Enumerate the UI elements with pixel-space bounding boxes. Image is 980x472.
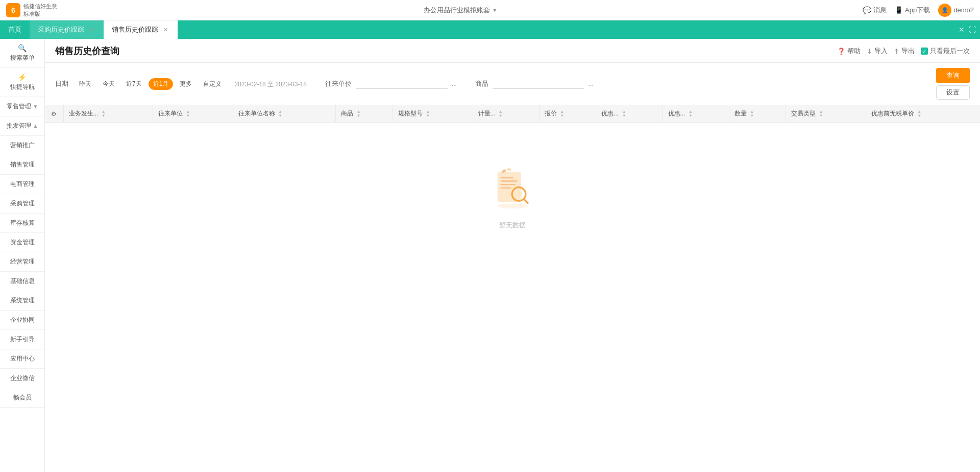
sidebar: 🔍 搜索菜单 ⚡ 快捷导航 零售管理 ▼ 批发管理 ▲ 营销推广 销售管理 电商… [0, 39, 45, 472]
sidebar-ecommerce-label: 电商管理 [10, 180, 35, 188]
top-bar-center: 办公用品行业模拟账套 ▾ [424, 6, 497, 15]
col-settings[interactable]: ⚙ [45, 105, 63, 123]
last7days-btn[interactable]: 近7天 [121, 78, 146, 90]
shortcuts-icon: ⚡ [18, 73, 27, 81]
sidebar-item-basic-info[interactable]: 基础信息 [0, 272, 44, 291]
query-button[interactable]: 查询 [936, 68, 970, 83]
today-btn[interactable]: 今天 [98, 78, 119, 90]
sidebar-item-shortcuts[interactable]: ⚡ 快捷导航 [0, 68, 44, 97]
product-filter-group: 商品 ... [475, 79, 594, 89]
col-discount1[interactable]: 优惠... ▲▼ [596, 105, 663, 123]
product-input[interactable] [493, 79, 584, 89]
logo-text: 畅捷信好生意 标准版 [23, 3, 57, 17]
sidebar-item-operations[interactable]: 经营管理 [0, 252, 44, 272]
sidebar-item-marketing[interactable]: 营销推广 [0, 136, 44, 155]
sidebar-marketing-label: 营销推广 [10, 141, 35, 150]
gear-icon[interactable]: ⚙ [51, 110, 57, 117]
sidebar-system-label: 系统管理 [10, 296, 35, 305]
tab2-label: 销售历史价跟踪 [112, 25, 158, 34]
tab-home[interactable]: 首页 [0, 20, 30, 39]
only-last-checkbox[interactable]: ✓ 只看最后一次 [921, 46, 970, 56]
app-download-btn[interactable]: 📱 App下载 [895, 6, 930, 15]
col-quantity[interactable]: 数量 ▲▼ [729, 105, 786, 123]
col-spec[interactable]: 规格型号 ▲▼ [393, 105, 473, 123]
yesterday-btn[interactable]: 昨天 [75, 78, 96, 90]
filter-right-buttons: 查询 设置 [936, 68, 970, 100]
sidebar-item-sales[interactable]: 销售管理 [0, 155, 44, 175]
filter-row: 日期 昨天 今天 近7天 近1月 更多 自定义 2023-02-18 至 202… [55, 68, 970, 100]
import-btn[interactable]: ⬇ 导入 [867, 46, 888, 56]
table-header-row: ⚙ 业务发生... ▲▼ 往来单位 ▲▼ 往来单位名称 ▲▼ [45, 105, 980, 123]
sidebar-finance-label: 资金管理 [10, 238, 35, 247]
partner-input[interactable] [356, 79, 448, 89]
col-product[interactable]: 商品 ▲▼ [336, 105, 393, 123]
chevron-down-icon: ▼ [33, 104, 38, 109]
sidebar-wholesale-label: 批发管理 [7, 122, 31, 130]
sidebar-item-enterprise[interactable]: 企业协同 [0, 311, 44, 330]
svg-point-10 [507, 168, 511, 171]
sidebar-item-wechat[interactable]: 企业微信 [0, 369, 44, 388]
svg-rect-2 [501, 177, 513, 179]
svg-rect-5 [501, 187, 511, 189]
sidebar-purchase-label: 采购管理 [10, 199, 35, 208]
sidebar-shortcuts-label: 快捷导航 [10, 83, 35, 91]
col-partner-name[interactable]: 往来单位名称 ▲▼ [233, 105, 336, 123]
sidebar-item-inventory[interactable]: 库存核算 [0, 214, 44, 233]
col-business-date[interactable]: 业务发生... ▲▼ [63, 105, 153, 123]
page-header: 销售历史价查询 ❓ 帮助 ⬇ 导入 ⬆ 导出 ✓ 只看最后一次 [45, 39, 980, 63]
maximize-icon[interactable]: ⛶ [969, 26, 976, 34]
sidebar-item-system[interactable]: 系统管理 [0, 291, 44, 311]
sidebar-item-ecommerce[interactable]: 电商管理 [0, 175, 44, 194]
table-container: ⚙ 业务发生... ▲▼ 往来单位 ▲▼ 往来单位名称 ▲▼ [45, 105, 980, 472]
more-btn[interactable]: 更多 [175, 78, 197, 90]
custom-btn[interactable]: 自定义 [199, 78, 226, 90]
top-bar-right: 💬 消息 📱 App下载 👤 demo2 [863, 4, 974, 17]
main-layout: 🔍 搜索菜单 ⚡ 快捷导航 零售管理 ▼ 批发管理 ▲ 营销推广 销售管理 电商… [0, 39, 980, 472]
settings-button[interactable]: 设置 [936, 85, 970, 100]
product-more-icon[interactable]: ... [589, 80, 594, 87]
user-area[interactable]: 👤 demo2 [938, 4, 974, 17]
col-discount2[interactable]: 优惠... ▲▼ [663, 105, 729, 123]
tab-sales-history[interactable]: 销售历史价跟踪 ✕ [104, 20, 178, 39]
close-tab-icon[interactable]: ✕ [959, 26, 965, 34]
sidebar-item-finance[interactable]: 资金管理 [0, 233, 44, 252]
dropdown-icon[interactable]: ▾ [493, 6, 497, 14]
col-trade-type[interactable]: 交易类型 ▲▼ [786, 105, 866, 123]
tab-bar-actions: ✕ ⛶ [959, 26, 980, 34]
partner-more-icon[interactable]: ... [452, 80, 457, 87]
sidebar-item-member[interactable]: 畅会员 [0, 388, 44, 408]
col-partner-code[interactable]: 往来单位 ▲▼ [153, 105, 233, 123]
tab1-close-icon[interactable]: ✕ [87, 26, 95, 34]
sidebar-item-retail[interactable]: 零售管理 ▼ [0, 97, 44, 116]
check-icon: ✓ [921, 48, 928, 55]
page-actions: ❓ 帮助 ⬇ 导入 ⬆ 导出 ✓ 只看最后一次 [837, 46, 970, 56]
chevron-up-icon: ▲ [33, 123, 38, 129]
tab2-close-icon[interactable]: ✕ [161, 26, 169, 34]
partner-label: 往来单位 [325, 79, 352, 88]
message-btn[interactable]: 💬 消息 [863, 6, 887, 15]
date-range-display: 2023-02-18 至 2023-03-18 [234, 80, 306, 89]
help-btn[interactable]: ❓ 帮助 [837, 46, 861, 56]
phone-icon: 📱 [895, 6, 903, 14]
export-btn[interactable]: ⬆ 导出 [894, 46, 915, 56]
sidebar-search-label: 搜索菜单 [10, 54, 35, 62]
empty-state: 暂无数据 [45, 123, 980, 271]
sidebar-item-guide[interactable]: 新手引导 [0, 330, 44, 349]
sidebar-item-wholesale[interactable]: 批发管理 ▲ [0, 116, 44, 136]
col-quote[interactable]: 报价 ▲▼ [539, 105, 596, 123]
last1month-btn[interactable]: 近1月 [149, 78, 174, 90]
tab-purchase-history[interactable]: 采购历史价跟踪 ✕ [30, 20, 104, 39]
sidebar-item-search[interactable]: 🔍 搜索菜单 [0, 39, 44, 68]
import-icon: ⬇ [867, 48, 872, 55]
sidebar-apps-label: 应用中心 [10, 355, 35, 363]
sidebar-wechat-label: 企业微信 [10, 374, 35, 383]
col-unit[interactable]: 计量... ▲▼ [473, 105, 539, 123]
sidebar-item-apps[interactable]: 应用中心 [0, 349, 44, 369]
filter-bar: 日期 昨天 今天 近7天 近1月 更多 自定义 2023-02-18 至 202… [45, 63, 980, 105]
sidebar-item-purchase[interactable]: 采购管理 [0, 194, 44, 214]
svg-rect-4 [501, 184, 516, 185]
col-pretax-price[interactable]: 优惠前无税单价 ▲▼ [866, 105, 981, 123]
message-icon: 💬 [863, 6, 871, 14]
home-tab-label: 首页 [8, 25, 21, 34]
product-label: 商品 [475, 79, 488, 88]
